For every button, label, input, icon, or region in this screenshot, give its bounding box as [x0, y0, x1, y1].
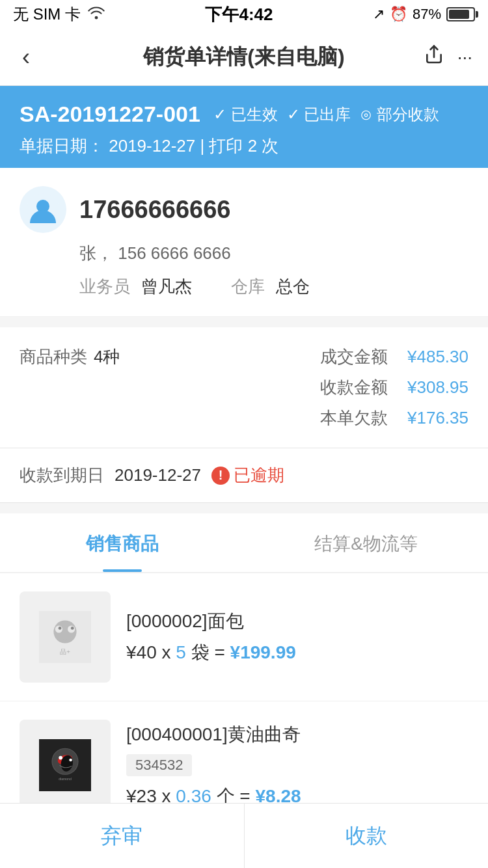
warehouse-value: 总仓	[276, 277, 310, 296]
salesman-value: 曾凡杰	[141, 277, 192, 296]
signal-no-sim: 无 SIM 卡	[13, 4, 81, 25]
print-label: 打印	[209, 136, 243, 156]
order-date: 2019-12-27	[109, 136, 195, 156]
avatar	[20, 186, 66, 233]
salesman-item: 业务员 曾凡杰	[79, 275, 192, 298]
more-button[interactable]: ···	[457, 47, 472, 68]
product-thumb-1: 品+	[20, 591, 111, 683]
tag-outbound: ✓ 已出库	[287, 104, 351, 125]
collect-button[interactable]: 收款	[245, 804, 489, 868]
unit-1: 袋	[191, 642, 210, 662]
customer-contact-phone: 156 6666 6666	[118, 243, 231, 263]
transaction-label: 成交金额	[320, 346, 388, 368]
tabs-section: 销售商品 结算&物流等	[0, 513, 488, 573]
banner-top: SA-20191227-001 ✓ 已生效 ✓ 已出库 ⊙ 部分收款	[20, 102, 468, 127]
overdue-text: 已逾期	[234, 464, 284, 487]
status-bar: 无 SIM 卡 下午4:42 ↗ ⏰ 87%	[0, 0, 488, 29]
debt-amount: ¥176.35	[407, 408, 468, 428]
svg-point-8	[71, 627, 74, 630]
product-types: 商品种类 4种	[20, 346, 120, 368]
transaction-row: 成交金额 ¥485.30	[320, 346, 468, 368]
due-section: 收款到期日 2019-12-27 ! 已逾期	[0, 448, 488, 503]
print-count: 2	[248, 136, 257, 156]
battery-icon	[446, 7, 475, 21]
svg-point-7	[59, 627, 62, 630]
customer-phone: 17666666666	[79, 196, 230, 224]
page-title: 销货单详情(来自电脑)	[143, 43, 344, 72]
salesman-label: 业务员	[79, 277, 130, 296]
product-price-1: ¥40 x 5 袋 = ¥199.99	[126, 640, 468, 665]
nav-bar: ‹ 销货单详情(来自电脑) ···	[0, 29, 488, 86]
product-info-1: [0000002]面包 ¥40 x 5 袋 = ¥199.99	[126, 609, 468, 665]
svg-text:diamond: diamond	[59, 777, 72, 781]
banner-date: 单据日期： 2019-12-27 | 打印 2 次	[20, 135, 468, 157]
order-id: SA-20191227-001	[20, 102, 200, 127]
header-banner: SA-20191227-001 ✓ 已生效 ✓ 已出库 ⊙ 部分收款 单据日期：…	[0, 86, 488, 168]
customer-section: 17666666666 张， 156 6666 6666 业务员 曾凡杰 仓库 …	[0, 168, 488, 317]
debt-row: 本单欠款 ¥176.35	[320, 407, 468, 429]
tab-underline	[103, 569, 142, 572]
customer-contact: 张， 156 6666 6666	[20, 242, 468, 265]
product-name-1: [0000002]面包	[126, 609, 468, 634]
status-tags: ✓ 已生效 ✓ 已出库 ⊙ 部分收款	[213, 104, 439, 125]
svg-point-14	[59, 756, 62, 760]
battery-percent: 87%	[413, 6, 441, 23]
tag-partial-payment: ⊙ 部分收款	[360, 104, 439, 125]
due-label: 收款到期日	[20, 464, 104, 487]
types-value: 4种	[94, 346, 120, 368]
print-unit: 次	[262, 136, 278, 156]
total-1: ¥199.99	[230, 642, 296, 662]
svg-point-15	[69, 759, 72, 762]
customer-top: 17666666666	[20, 186, 468, 233]
warehouse-item: 仓库 总仓	[231, 275, 310, 298]
back-button[interactable]: ‹	[16, 37, 36, 77]
amounts: 成交金额 ¥485.30 收款金额 ¥308.95 本单欠款 ¥176.35	[320, 346, 468, 429]
overdue-icon: !	[211, 467, 230, 485]
customer-name-text: 张	[79, 243, 96, 263]
tabs-row: 销售商品 结算&物流等	[0, 513, 488, 572]
date-label: 单据日期：	[20, 136, 104, 156]
alarm-icon: ⏰	[390, 6, 407, 23]
warehouse-label: 仓库	[231, 277, 265, 296]
customer-meta: 业务员 曾凡杰 仓库 总仓	[20, 275, 468, 298]
types-label: 商品种类	[20, 346, 87, 368]
received-amount: ¥308.95	[407, 377, 468, 398]
product-sku-2: 534532	[126, 754, 192, 776]
status-right: ↗ ⏰ 87%	[373, 6, 475, 23]
status-left: 无 SIM 卡	[13, 4, 105, 25]
transaction-amount: ¥485.30	[407, 347, 468, 367]
tab-products[interactable]: 销售商品	[0, 513, 244, 572]
price-1: ¥40	[126, 642, 157, 662]
location-icon: ↗	[373, 6, 385, 23]
share-button[interactable]	[424, 44, 444, 70]
status-time: 下午4:42	[205, 3, 273, 26]
received-row: 收款金额 ¥308.95	[320, 376, 468, 399]
debt-label: 本单欠款	[320, 407, 388, 429]
tag-effective: ✓ 已生效	[213, 104, 278, 125]
product-info-2: [000400001]黄油曲奇 534532 ¥23 x 0.36 个 = ¥8…	[126, 722, 468, 809]
product-name-2: [000400001]黄油曲奇	[126, 722, 468, 747]
received-label: 收款金额	[320, 376, 388, 399]
due-date: 2019-12-27	[115, 465, 201, 485]
products-section: 品+ [0000002]面包 ¥40 x 5 袋 = ¥199.99	[0, 573, 488, 830]
stats-section: 商品种类 4种 成交金额 ¥485.30 收款金额 ¥308.95 本单欠款 ¥…	[0, 327, 488, 448]
product-item: 品+ [0000002]面包 ¥40 x 5 袋 = ¥199.99	[0, 573, 488, 701]
svg-text:品+: 品+	[60, 648, 70, 655]
product-thumb-2: diamond	[20, 720, 111, 811]
nav-actions: ···	[424, 44, 472, 70]
abandon-button[interactable]: 弃审	[0, 804, 245, 868]
divider: |	[200, 136, 209, 156]
overdue-badge: ! 已逾期	[211, 464, 284, 487]
wifi-icon	[87, 5, 105, 23]
bottom-bar: 弃审 收款	[0, 803, 488, 868]
qty-1: 5	[176, 642, 186, 662]
tab-settlement[interactable]: 结算&物流等	[244, 513, 488, 572]
